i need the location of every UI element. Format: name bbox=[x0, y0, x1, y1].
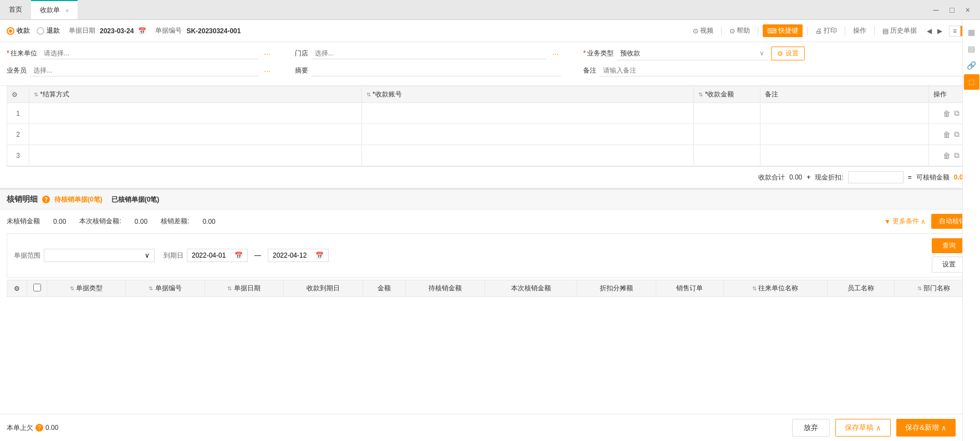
delete-icon-3[interactable]: 🗑 bbox=[943, 151, 951, 160]
note-cell-3[interactable] bbox=[760, 145, 929, 166]
delete-icon-2[interactable]: 🗑 bbox=[943, 130, 951, 139]
amount-cell-2[interactable] bbox=[694, 124, 760, 145]
partner-more-button[interactable]: ··· bbox=[262, 49, 273, 58]
save-new-arrow-icon[interactable]: ∧ bbox=[941, 424, 947, 432]
amount-cell-1[interactable] bbox=[694, 103, 760, 124]
form-row-2: 业务员 ··· 摘要 备注 bbox=[7, 65, 973, 76]
col-doc-date-header: ⇅ 单据日期 bbox=[205, 280, 283, 297]
copy-icon-1[interactable]: ⧉ bbox=[954, 109, 959, 118]
range-arrow-icon: ∨ bbox=[145, 252, 150, 259]
sidebar-expand-icon[interactable]: ⬚ bbox=[964, 74, 979, 90]
table-gear-icon-2[interactable]: ⚙ bbox=[14, 285, 20, 293]
copy-icon-2[interactable]: ⧉ bbox=[954, 130, 959, 139]
operation-button[interactable]: 操作 bbox=[850, 25, 870, 37]
bottom-right-buttons: 放弃 保存草稿 ∧ 保存&新增 ∧ bbox=[792, 419, 956, 437]
verif-info-icon[interactable]: ? bbox=[42, 196, 50, 203]
receipt-type-group: 收款 退款 bbox=[7, 26, 60, 35]
settle-cell-3[interactable] bbox=[29, 145, 362, 166]
unchecked-value: 0.00 bbox=[53, 218, 66, 225]
video-button[interactable]: ⊙ 视频 bbox=[690, 25, 717, 37]
staff-input[interactable] bbox=[30, 65, 258, 76]
note-input[interactable] bbox=[600, 65, 973, 76]
col-gear-header[interactable]: ⚙ bbox=[7, 280, 27, 297]
verif-summary-area: 未核销金额 0.00 本次核销金额: 0.00 核销差额: 0.00 ▼ 更多条… bbox=[0, 209, 980, 297]
staff-more-button[interactable]: ··· bbox=[262, 66, 273, 75]
radio-shoukuan[interactable]: 收款 bbox=[7, 26, 30, 35]
abandon-button[interactable]: 放弃 bbox=[792, 419, 830, 437]
diff-value: 0.00 bbox=[202, 218, 215, 225]
calendar-icon[interactable]: 📅 bbox=[138, 27, 146, 35]
row-num-2: 2 bbox=[7, 124, 29, 145]
tab-close-icon[interactable]: × bbox=[65, 7, 69, 14]
account-cell-2[interactable] bbox=[361, 124, 694, 145]
discount-input[interactable] bbox=[848, 171, 904, 183]
calendar-end-icon[interactable]: 📅 bbox=[315, 252, 324, 259]
store-field: 门店 ··· bbox=[295, 48, 561, 59]
sidebar-link-icon[interactable]: 🔗 bbox=[964, 58, 979, 73]
next-arrow[interactable]: ▶ bbox=[935, 26, 945, 36]
more-conditions-button[interactable]: ▼ 更多条件 ∧ bbox=[884, 217, 926, 226]
col-settle-header: ⇅ *结算方式 bbox=[29, 86, 362, 103]
sidebar-table-icon[interactable]: ▦ bbox=[964, 24, 979, 40]
verif-table-area: ⚙ ⇅ 单据类型 ⇅ 单据编号 bbox=[7, 280, 973, 297]
col-amount-header: ⇅ *收款金额 bbox=[694, 86, 760, 103]
print-button[interactable]: 🖨 打印 bbox=[812, 25, 840, 37]
settle-cell-2[interactable] bbox=[29, 124, 362, 145]
history-button[interactable]: ▤ 历史单据 bbox=[879, 25, 920, 37]
store-input[interactable] bbox=[312, 48, 547, 59]
minimize-button[interactable]: ─ bbox=[930, 4, 942, 16]
note-cell-2[interactable] bbox=[760, 124, 929, 145]
amount-cell-3[interactable] bbox=[694, 145, 760, 166]
shortcut-button[interactable]: ⌨ 快捷键 bbox=[763, 24, 803, 37]
query-settings-button[interactable]: 设置 bbox=[932, 257, 966, 273]
bottom-info: 本单上欠 ? 0.00 bbox=[7, 423, 58, 433]
toolbar: 收款 退款 单据日期 2023-03-24 📅 单据编号 SK-20230324… bbox=[0, 20, 980, 42]
partner-input[interactable] bbox=[40, 48, 259, 59]
date-end-input[interactable]: 2022-04-12 📅 bbox=[268, 249, 329, 262]
diff-label: 核销差额: bbox=[161, 217, 189, 226]
note-label: 备注 bbox=[583, 66, 596, 75]
table-gear-icon[interactable]: ⚙ bbox=[12, 91, 18, 99]
store-more-button[interactable]: ··· bbox=[550, 49, 561, 58]
col-check-header bbox=[27, 280, 47, 297]
col-settings-header[interactable]: ⚙ bbox=[7, 86, 29, 103]
calendar-start-icon[interactable]: 📅 bbox=[234, 252, 243, 259]
maximize-button[interactable]: □ bbox=[946, 4, 957, 16]
account-cell-3[interactable] bbox=[361, 145, 694, 166]
radio-tuikuan[interactable]: 退款 bbox=[37, 26, 60, 35]
query-buttons: 查询 设置 bbox=[932, 238, 966, 273]
save-new-button[interactable]: 保存&新增 ∧ bbox=[896, 419, 956, 437]
query-button[interactable]: 查询 bbox=[932, 238, 966, 253]
order-info-icon[interactable]: ? bbox=[35, 424, 43, 432]
save-draft-arrow-icon[interactable]: ∧ bbox=[876, 424, 881, 432]
date-start-input[interactable]: 2022-04-01 📅 bbox=[187, 249, 248, 262]
col-amount-header: 金额 bbox=[363, 280, 405, 297]
biz-type-select[interactable]: 预收款 ∨ bbox=[617, 47, 768, 60]
toolbar-number-info: 单据编号 SK-20230324-001 bbox=[155, 26, 241, 35]
save-draft-button[interactable]: 保存草稿 ∧ bbox=[835, 419, 891, 437]
copy-icon-3[interactable]: ⧉ bbox=[954, 151, 959, 160]
tab-home[interactable]: 首页 bbox=[0, 0, 31, 19]
layout-list-button[interactable]: ≡ bbox=[950, 26, 961, 36]
pending-tab[interactable]: 待核销单据(0笔) bbox=[54, 195, 103, 204]
current-label: 本次核销金额: bbox=[79, 217, 121, 226]
sidebar-list-icon[interactable]: ▤ bbox=[964, 41, 979, 57]
current-value: 0.00 bbox=[135, 218, 147, 225]
verif-section-header: 核销明细 ? 待核销单据(0笔) 已核销单据(0笔) bbox=[0, 188, 980, 209]
staff-label: 业务员 bbox=[7, 66, 27, 75]
partner-field: *往来单位 ··· bbox=[7, 48, 273, 59]
done-tab[interactable]: 已核销单据(0笔) bbox=[111, 195, 160, 204]
account-cell-1[interactable] bbox=[361, 103, 694, 124]
tab-current[interactable]: 收款单 × bbox=[31, 0, 78, 19]
settings-button[interactable]: ⚙ 设置 bbox=[771, 47, 805, 60]
range-select[interactable]: ∨ bbox=[44, 249, 155, 262]
settle-cell-1[interactable] bbox=[29, 103, 362, 124]
help-button[interactable]: ⊙ 帮助 bbox=[726, 25, 753, 37]
delete-icon-1[interactable]: 🗑 bbox=[943, 109, 951, 118]
note-cell-1[interactable] bbox=[760, 103, 929, 124]
summary-input[interactable] bbox=[312, 65, 561, 76]
verif-summary-row: 未核销金额 0.00 本次核销金额: 0.00 核销差额: 0.00 ▼ 更多条… bbox=[7, 209, 973, 233]
select-all-checkbox[interactable] bbox=[33, 284, 41, 291]
close-button[interactable]: × bbox=[962, 4, 973, 16]
prev-arrow[interactable]: ◀ bbox=[925, 26, 934, 36]
